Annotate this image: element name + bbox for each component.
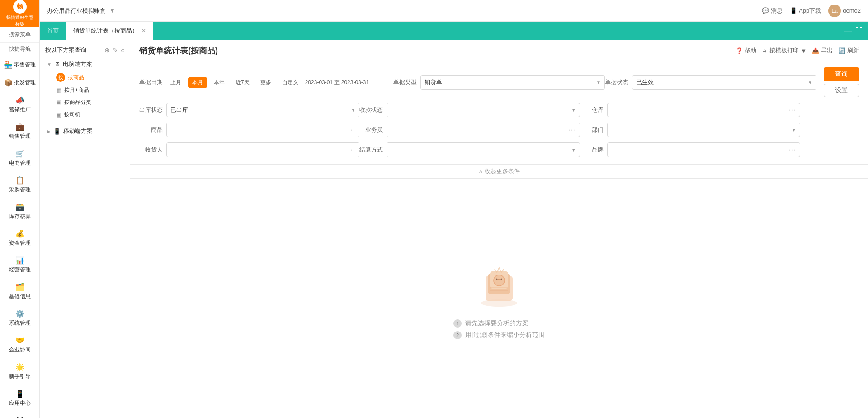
tab-minimize-icon[interactable]: — [844, 27, 852, 35]
warehouse-control[interactable]: ··· [607, 103, 800, 117]
message-btn[interactable]: 💬 消息 [762, 7, 783, 15]
empty-state: 1 请先选择要分析的方案 2 用[过滤]条件来缩小分析范围 [130, 179, 868, 418]
sidebar-item-sales[interactable]: 💼 销售管理 [0, 118, 39, 145]
template-print-action[interactable]: 🖨 按模板打印 ▼ [762, 47, 807, 55]
sidebar-item-inventory[interactable]: 🗃️ 库存核算 [0, 198, 39, 225]
out-status-label: 出库状态 [139, 106, 166, 114]
tab-sales-stat-label: 销货单统计表（按商品） [73, 27, 138, 35]
tree-item-by-category[interactable]: ▣ 按商品分类 [52, 96, 126, 109]
refresh-action[interactable]: 🔄 刷新 [838, 47, 859, 55]
doc-status-field: 单据状态 已生效 ▼ [605, 75, 816, 90]
setting-button[interactable]: 设置 [824, 84, 859, 97]
export-action[interactable]: 📤 导出 [812, 47, 833, 55]
payment-control[interactable]: ▼ [387, 142, 580, 157]
sidebar-item-wholesale[interactable]: 📦 批发管理 ▲ [0, 74, 39, 91]
dept-label: 部门 [580, 126, 607, 134]
date-btn-last-month[interactable]: 上月 [166, 77, 185, 88]
by-category-icon: ▣ [56, 99, 61, 106]
doc-status-control[interactable]: 已生效 ▼ [632, 75, 816, 90]
query-button[interactable]: 查询 [824, 67, 859, 81]
search-menu[interactable]: 搜索菜单 [0, 27, 39, 43]
doc-status-value: 已生效 [636, 78, 654, 86]
tip-num-1: 1 [453, 319, 462, 328]
tree-section-mobile[interactable]: ▶ 📱 移动端方案 [43, 125, 126, 138]
avatar-initials: Ea [832, 8, 838, 14]
app-download-label: App下载 [799, 7, 821, 15]
app-logo: 畅 畅捷通好生意 标版 [0, 0, 40, 27]
print-dropdown-icon[interactable]: ▼ [801, 48, 807, 54]
tip-text-2: 用[过滤]条件来缩小分析范围 [465, 331, 545, 339]
tree-section-pc[interactable]: ▼ 🖥 电脑端方案 [43, 58, 126, 71]
add-scheme-icon[interactable]: ⊕ [104, 47, 110, 54]
empty-tip-2: 2 用[过滤]条件来缩小分析范围 [453, 331, 545, 339]
dept-control[interactable]: ▼ [607, 123, 800, 137]
message-label: 消息 [771, 7, 783, 15]
dept-arrow: ▼ [792, 128, 796, 133]
tree-section-pc-icon: 🖥 [54, 61, 60, 68]
template-print-label: 按模板打印 [769, 47, 799, 55]
sidebar-item-purchase[interactable]: 📋 采购管理 [0, 171, 39, 198]
sidebar-item-newbie[interactable]: 🌟 新手引导 [0, 358, 39, 385]
date-btn-this-year[interactable]: 本年 [210, 77, 229, 88]
goods-control[interactable]: ··· [166, 123, 359, 137]
user-avatar-btn[interactable]: Ea demo2 [828, 5, 861, 17]
sidebar-item-operation[interactable]: 📊 经营管理 [0, 252, 39, 278]
sidebar-item-basic[interactable]: 🗂️ 基础信息 [0, 278, 39, 305]
filter-sidebar-header: 按以下方案查询 ⊕ ✎ « [40, 44, 130, 58]
tab-maximize-icon[interactable]: ⛶ [855, 27, 863, 35]
app-sub: 标版 [15, 21, 24, 27]
brand-control[interactable]: ··· [607, 142, 800, 157]
sidebar-item-finance[interactable]: 💰 资金管理 [0, 225, 39, 252]
doc-type-field: 单据类型 销货单 ▼ [393, 75, 605, 90]
content-wrapper: 按以下方案查询 ⊕ ✎ « ▼ 🖥 电脑端方案 按 按商品 [40, 40, 868, 418]
out-status-arrow: ▼ [351, 108, 355, 113]
tab-sales-stat[interactable]: 销货单统计表（按商品） ✕ [66, 22, 153, 40]
refresh-icon: 🔄 [838, 48, 845, 54]
left-sidebar: 畅 畅捷通好生意 标版 搜索菜单 快捷导航 🏪 零售管理 ▲ 📦 批发管理 ▲ … [0, 0, 40, 418]
collapse-sidebar-icon[interactable]: « [121, 47, 124, 54]
receiver-control[interactable]: ··· [166, 142, 359, 157]
sidebar-item-enterprise[interactable]: 🤝 企业协同 [0, 332, 39, 358]
print-icon: 🖨 [762, 48, 768, 54]
empty-tips: 1 请先选择要分析的方案 2 用[过滤]条件来缩小分析范围 [453, 319, 545, 339]
tab-home-label: 首页 [47, 27, 59, 35]
doc-type-label: 单据类型 [393, 78, 420, 86]
by-cashier-icon: ▣ [56, 111, 61, 118]
page-title: 销货单统计表(按商品) [139, 45, 218, 56]
quick-nav[interactable]: 快捷导航 [0, 43, 39, 56]
date-btn-custom[interactable]: 自定义 [278, 77, 302, 88]
refresh-label: 刷新 [847, 47, 859, 55]
salesperson-control[interactable]: ··· [387, 123, 580, 137]
dept-field: 部门 ▼ [580, 123, 800, 137]
brand-dots: ··· [789, 147, 796, 153]
tab-close-icon[interactable]: ✕ [142, 28, 146, 34]
receiver-field: 收货人 ··· [139, 142, 359, 157]
tab-home[interactable]: 首页 [40, 22, 66, 40]
sidebar-item-app-center[interactable]: 📱 应用中心 [0, 385, 39, 412]
doc-type-arrow: ▼ [596, 80, 601, 85]
sidebar-item-retail[interactable]: 🏪 零售管理 ▲ [0, 56, 39, 74]
sidebar-item-wechat[interactable]: 💬 企业微信 [0, 412, 39, 418]
app-download-btn[interactable]: 📱 App下载 [790, 7, 821, 15]
date-btn-this-month[interactable]: 本月 [188, 77, 207, 88]
help-action[interactable]: ❓ 帮助 [736, 47, 756, 55]
edit-scheme-icon[interactable]: ✎ [113, 47, 118, 54]
page-actions: ❓ 帮助 🖨 按模板打印 ▼ 📤 导出 🔄 刷新 [736, 47, 859, 55]
sidebar-item-system[interactable]: ⚙️ 系统管理 [0, 305, 39, 332]
goods-label: 商品 [139, 126, 166, 134]
date-btn-7days[interactable]: 近7天 [231, 77, 254, 88]
filter-form: 单据日期 上月 本月 本年 近7天 更多 自定义 2023-03-01 至 20… [130, 60, 868, 165]
receipt-status-control[interactable]: ▼ [387, 103, 580, 117]
sidebar-item-marketing[interactable]: 📣 营销推广 [0, 91, 39, 118]
tree-item-by-goods[interactable]: 按 按商品 [52, 71, 126, 84]
collapse-row[interactable]: ∧ 收起更多条件 [130, 165, 868, 179]
tree-item-by-month-goods[interactable]: ▦ 按月+商品 [52, 84, 126, 96]
doc-type-control[interactable]: 销货单 ▼ [420, 75, 605, 90]
tree-item-by-cashier-label: 按司机 [64, 111, 80, 119]
date-btn-more[interactable]: 更多 [256, 77, 275, 88]
sidebar-item-ecommerce[interactable]: 🛒 电商管理 [0, 145, 39, 171]
app-name: 畅捷通好生意 [6, 14, 33, 21]
tree-item-by-cashier[interactable]: ▣ 按司机 [52, 109, 126, 121]
out-status-control[interactable]: 已出库 ▼ [166, 103, 359, 117]
industry-dropdown-icon[interactable]: ▼ [109, 7, 115, 14]
